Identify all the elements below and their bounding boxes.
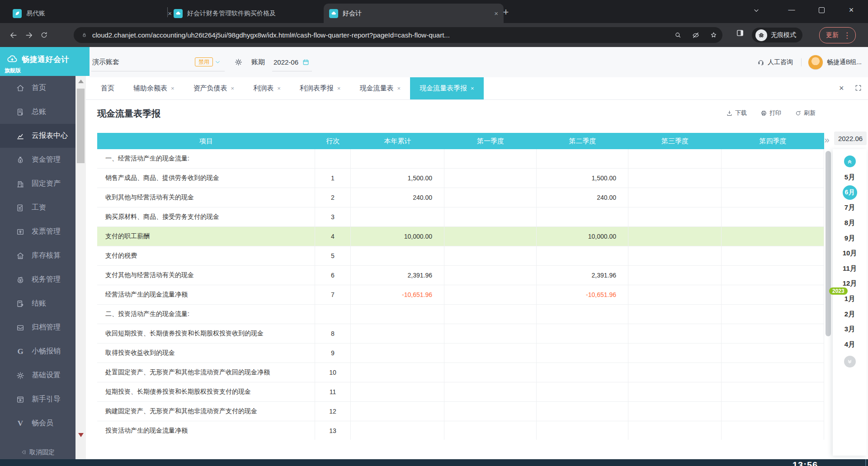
window-minimize-button[interactable]: — — [785, 5, 798, 13]
cell-q1 — [444, 246, 537, 265]
sidebar-item-发票管理[interactable]: 发票管理 — [0, 220, 75, 244]
show-desktop-edge[interactable] — [865, 459, 866, 466]
os-taskbar: 13:56 — [0, 459, 868, 466]
collapse-panel-chevron[interactable]: » — [821, 134, 833, 146]
sidebar-item-基础设置[interactable]: 基础设置 — [0, 363, 75, 387]
support-link[interactable]: 人工咨询 — [768, 58, 793, 66]
month-item-4月[interactable]: 4月 — [833, 337, 867, 353]
month-item-3月[interactable]: 3月 — [833, 322, 867, 337]
forward-icon[interactable] — [24, 31, 33, 40]
tab-close-icon[interactable]: × — [471, 85, 474, 92]
month-item-1月[interactable]: 20231月 — [833, 292, 867, 307]
scrollbar-thumb[interactable] — [77, 89, 85, 163]
closing-icon — [15, 299, 25, 309]
cell-item: 收回短期投资、长期债券投资和长期股权投资收到的现金 — [97, 324, 315, 343]
browser-update-button[interactable]: 更新 ⋮ — [819, 27, 856, 43]
month-item-10月[interactable]: 10月 — [833, 246, 867, 261]
sidebar-item-固定资产[interactable]: 固定资产 — [0, 172, 75, 196]
months-scroll-down-icon[interactable] — [844, 356, 856, 367]
month-item-11月[interactable]: 11月 — [833, 261, 867, 277]
report-tab-资产负债表[interactable]: 资产负债表× — [184, 77, 244, 99]
report-tab-现金流量表季报[interactable]: 现金流量表季报× — [410, 77, 484, 99]
tab-close-icon[interactable]: × — [231, 85, 235, 92]
cash-flow-table: 项目行次本年累计第一季度第二季度第三季度第四季度 一、经营活动产生的现金流量:销… — [97, 133, 824, 440]
bookmark-star-icon[interactable] — [710, 31, 717, 39]
month-label: 5月 — [844, 173, 855, 182]
tab-close-icon[interactable]: × — [337, 85, 341, 92]
month-item-2月[interactable]: 2月 — [833, 306, 867, 322]
calendar-icon[interactable] — [302, 47, 310, 77]
download-button[interactable]: 下载 — [726, 109, 747, 117]
url-text[interactable]: cloud2.chanjet.com/accounting/uh26t264j5… — [92, 31, 669, 39]
sidebar-item-结账[interactable]: 结账 — [0, 292, 75, 315]
report-tabs-close-icon[interactable]: × — [839, 84, 844, 93]
window-maximize-button[interactable] — [815, 7, 828, 14]
kebab-menu-icon[interactable]: ⋮ — [843, 31, 851, 40]
sidebar-item-工资[interactable]: 工资 — [0, 196, 75, 220]
months-scroll-up-icon[interactable] — [844, 155, 856, 167]
tab-close-icon[interactable]: × — [277, 85, 281, 92]
scroll-down-arrow-icon[interactable] — [78, 433, 84, 437]
back-icon[interactable] — [9, 31, 18, 40]
account-settings-gear-icon[interactable] — [234, 47, 243, 77]
report-tab-利润表季报[interactable]: 利润表季报× — [290, 77, 350, 99]
month-item-6月[interactable]: 6月 — [833, 185, 867, 201]
sidebar-item-总账[interactable]: 总账 — [0, 100, 75, 124]
sidebar-item-库存核算[interactable]: 库存核算 — [0, 244, 75, 268]
fullscreen-icon[interactable] — [854, 84, 862, 92]
period-value[interactable]: 2022-06 — [274, 47, 298, 77]
month-item-7月[interactable]: 7月 — [833, 200, 867, 216]
cell-q2 — [537, 149, 628, 168]
zoom-search-icon[interactable] — [674, 31, 682, 39]
side-panel-icon[interactable] — [736, 28, 745, 38]
report-tab-现金流量表[interactable]: 现金流量表× — [350, 77, 410, 99]
window-close-button[interactable]: × — [844, 5, 858, 15]
disabled-badge[interactable]: 禁用 — [195, 57, 213, 66]
browser-tab[interactable]: 易代账× — [7, 4, 177, 23]
tab-search-chevron-icon[interactable] — [753, 7, 766, 14]
new-tab-button[interactable]: + — [499, 6, 513, 18]
report-tab-label: 资产负债表 — [193, 84, 227, 93]
sidebar-unpin-button[interactable]: 取消固定 — [0, 445, 75, 459]
sidebar-item-畅会员[interactable]: V畅会员 — [0, 411, 75, 435]
month-item-9月[interactable]: 9月 — [833, 231, 867, 246]
sidebar-item-资金管理[interactable]: 资金管理 — [0, 148, 75, 172]
refresh-icon[interactable] — [40, 31, 48, 39]
sidebar-item-首页[interactable]: 首页 — [0, 76, 75, 100]
refresh-button[interactable]: 刷新 — [795, 109, 816, 117]
address-bar[interactable]: cloud2.chanjet.com/accounting/uh26t264j5… — [74, 27, 722, 43]
tab-close-icon[interactable]: × — [171, 85, 175, 92]
cell-line-no: 5 — [315, 246, 351, 265]
cloud-logo-icon — [174, 9, 183, 18]
browser-tab-title: 易代账 — [26, 9, 163, 18]
browser-tab-title: 好会计 — [343, 9, 490, 18]
report-tab-label: 利润表季报 — [300, 84, 334, 93]
sidebar-item-云报表中心[interactable]: 云报表中心 — [0, 124, 75, 148]
sidebar-item-归档管理[interactable]: 归档管理 — [0, 315, 75, 339]
account-dropdown-chevron-icon[interactable] — [214, 47, 221, 77]
scroll-up-arrow-icon[interactable] — [78, 80, 84, 83]
cell-ytd — [351, 363, 444, 382]
tab-close-icon[interactable]: × — [397, 85, 401, 92]
month-item-5月[interactable]: 5月 — [833, 170, 867, 185]
sidebar-item-小畅报销[interactable]: G小畅报销 — [0, 339, 75, 363]
account-set-name[interactable]: 演示账套 — [92, 47, 119, 77]
incognito-icon — [755, 29, 767, 41]
user-name[interactable]: 畅捷通B组... — [827, 58, 862, 66]
table-row: 短期投资、长期债券投资和长期股权投资支付的现金11 — [97, 382, 824, 402]
edition-label: 旗舰版 — [5, 67, 21, 75]
month-item-8月[interactable]: 8月 — [833, 216, 867, 231]
browser-tab[interactable]: 好会计× — [324, 4, 504, 23]
report-tab-利润表[interactable]: 利润表× — [244, 77, 290, 99]
browser-tab[interactable]: 好会计财务管理软件购买价格及× — [168, 4, 333, 23]
eye-blocked-icon[interactable] — [692, 31, 700, 39]
print-button[interactable]: 打印 — [760, 109, 781, 117]
table-scrollbar-thumb[interactable] — [826, 151, 831, 336]
report-tab-辅助余额表[interactable]: 辅助余额表× — [124, 77, 184, 99]
sidebar-item-新手引导[interactable]: 新手引导 — [0, 387, 75, 411]
sidebar-scrollbar[interactable] — [75, 76, 86, 459]
sidebar-item-税务管理[interactable]: 税务管理 — [0, 268, 75, 292]
user-avatar[interactable] — [808, 55, 823, 70]
tab-close-icon[interactable]: × — [494, 9, 498, 17]
report-tab-首页[interactable]: 首页 — [91, 77, 124, 99]
